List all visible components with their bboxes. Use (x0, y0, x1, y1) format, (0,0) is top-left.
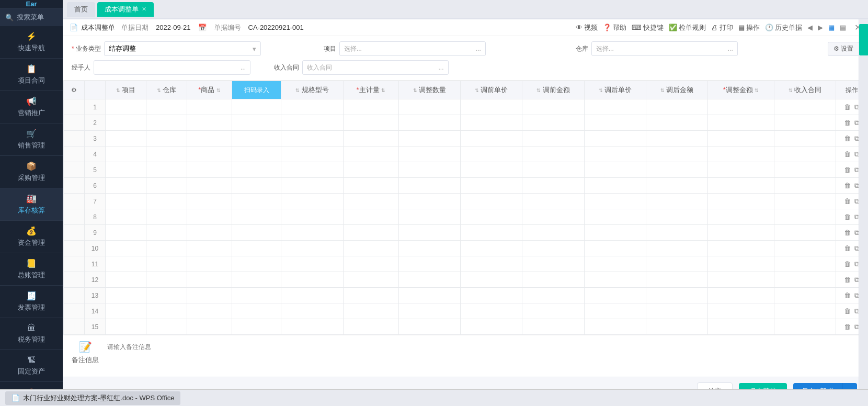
th-unit[interactable]: *主计量 ⇅ (343, 81, 398, 99)
nav-prev-btn[interactable]: ◀ (807, 24, 813, 31)
delete-row-icon[interactable]: 🗑 (843, 260, 852, 268)
income-contract-input[interactable]: 收入合同 ... (302, 60, 449, 75)
table-cell[interactable] (708, 146, 774, 162)
table-cell[interactable] (646, 194, 708, 209)
table-cell[interactable] (106, 272, 146, 288)
table-cell[interactable] (281, 162, 343, 178)
sidebar-item-invoice[interactable]: 🧾 发票管理 (0, 286, 63, 318)
table-cell[interactable] (232, 288, 281, 303)
table-cell[interactable] (281, 288, 343, 303)
table-cell[interactable] (187, 146, 232, 162)
th-scan[interactable]: 扫码录入 (232, 81, 281, 99)
table-cell[interactable] (106, 178, 146, 194)
table-cell[interactable] (343, 241, 398, 256)
table-cell[interactable] (522, 256, 584, 272)
table-cell[interactable] (584, 256, 646, 272)
handler-input[interactable]: ... (94, 60, 250, 75)
table-cell[interactable] (281, 146, 343, 162)
table-cell[interactable] (584, 146, 646, 162)
table-cell[interactable] (187, 115, 232, 131)
table-cell[interactable] (343, 272, 398, 288)
table-cell[interactable] (187, 272, 232, 288)
table-cell[interactable] (461, 209, 522, 225)
table-cell[interactable] (232, 272, 281, 288)
shortcut-btn[interactable]: ⌨ 快捷键 (632, 23, 664, 32)
table-cell[interactable] (343, 225, 398, 241)
table-cell[interactable] (398, 319, 460, 335)
table-cell[interactable] (106, 131, 146, 146)
th-before-price[interactable]: ⇅ 调前单价 (461, 81, 522, 99)
table-cell[interactable] (646, 131, 708, 146)
table-cell[interactable] (398, 272, 460, 288)
table-cell[interactable] (774, 256, 836, 272)
table-cell[interactable] (646, 241, 708, 256)
table-cell[interactable] (187, 209, 232, 225)
handler-ellipsis[interactable]: ... (241, 64, 246, 71)
sidebar-item-inventory[interactable]: 🏭 库存核算 (0, 188, 63, 221)
table-cell[interactable] (187, 319, 232, 335)
table-cell[interactable] (106, 288, 146, 303)
sidebar-item-project[interactable]: 📋 项目合同 (0, 59, 63, 91)
table-cell[interactable] (106, 194, 146, 209)
table-cell[interactable] (708, 162, 774, 178)
layout1-btn[interactable]: ▦ (828, 24, 835, 31)
table-cell[interactable] (522, 209, 584, 225)
table-cell[interactable] (774, 99, 836, 115)
project-input[interactable]: 选择... ... (339, 41, 486, 56)
table-cell[interactable] (461, 99, 522, 115)
table-cell[interactable] (522, 241, 584, 256)
th-after-price[interactable]: ⇅ 调后单价 (584, 81, 646, 99)
table-cell[interactable] (398, 115, 460, 131)
note-input[interactable] (105, 341, 859, 359)
table-cell[interactable] (708, 225, 774, 241)
table-cell[interactable] (281, 131, 343, 146)
table-cell[interactable] (146, 178, 187, 194)
table-cell[interactable] (232, 256, 281, 272)
table-cell[interactable] (522, 288, 584, 303)
table-cell[interactable] (146, 303, 187, 319)
table-cell[interactable] (522, 225, 584, 241)
table-cell[interactable] (232, 303, 281, 319)
delete-row-icon[interactable]: 🗑 (843, 103, 852, 111)
table-cell[interactable] (232, 146, 281, 162)
table-cell[interactable] (398, 209, 460, 225)
table-cell[interactable] (187, 178, 232, 194)
table-cell[interactable] (708, 194, 774, 209)
table-cell[interactable] (281, 178, 343, 194)
table-cell[interactable] (106, 99, 146, 115)
th-adj-amount[interactable]: *调整金额 ⇅ (708, 81, 774, 99)
table-cell[interactable] (146, 209, 187, 225)
project-ellipsis[interactable]: ... (476, 45, 481, 52)
table-cell[interactable] (774, 178, 836, 194)
table-cell[interactable] (106, 303, 146, 319)
table-cell[interactable] (106, 241, 146, 256)
tab-close-icon[interactable]: ✕ (142, 6, 146, 13)
history-btn[interactable]: 🕐 历史单据 (765, 23, 802, 32)
delete-row-icon[interactable]: 🗑 (843, 182, 852, 189)
table-cell[interactable] (343, 256, 398, 272)
table-cell[interactable] (461, 241, 522, 256)
table-cell[interactable] (461, 162, 522, 178)
table-cell[interactable] (646, 146, 708, 162)
table-cell[interactable] (343, 115, 398, 131)
table-cell[interactable] (708, 178, 774, 194)
table-cell[interactable] (646, 209, 708, 225)
delete-row-icon[interactable]: 🗑 (843, 244, 852, 252)
table-cell[interactable] (398, 256, 460, 272)
table-cell[interactable] (584, 225, 646, 241)
table-cell[interactable] (774, 225, 836, 241)
table-cell[interactable] (584, 209, 646, 225)
table-cell[interactable] (187, 225, 232, 241)
table-cell[interactable] (398, 288, 460, 303)
warehouse-ellipsis[interactable]: ... (728, 45, 733, 52)
table-cell[interactable] (774, 303, 836, 319)
table-cell[interactable] (146, 225, 187, 241)
th-project[interactable]: ⇅ 项目 (106, 81, 146, 99)
table-cell[interactable] (106, 225, 146, 241)
layout2-btn[interactable]: ▤ (840, 24, 846, 31)
wps-tab[interactable]: 📄 木门行业好业财处理方案-墨红红.doc - WPS Office (5, 391, 180, 405)
table-cell[interactable] (708, 256, 774, 272)
table-cell[interactable] (187, 99, 232, 115)
table-cell[interactable] (281, 99, 343, 115)
table-cell[interactable] (646, 256, 708, 272)
